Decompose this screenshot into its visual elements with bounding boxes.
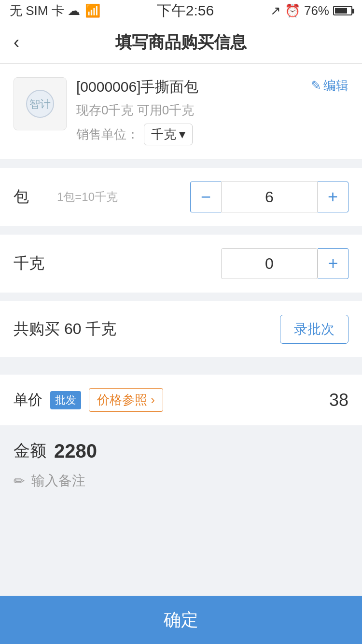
price-label: 单价: [14, 390, 42, 410]
dropdown-icon: ▾: [179, 127, 185, 142]
bao-plus-button[interactable]: +: [318, 182, 348, 212]
price-section: 单价 批发 价格参照 › 38: [0, 375, 362, 425]
record-batch-button[interactable]: 录批次: [280, 315, 348, 344]
product-name: [0000006]手撕面包: [76, 77, 198, 97]
back-button[interactable]: ‹: [14, 32, 19, 53]
note-placeholder: 输入备注: [31, 472, 85, 490]
unit-value: 千克: [151, 126, 176, 143]
total-label: 共购买 60 千克: [14, 319, 116, 340]
price-value: 38: [329, 390, 348, 410]
product-info: [0000006]手撕面包 ✎ 编辑 现存0千克 可用0千克 销售单位： 千克 …: [76, 77, 348, 145]
kg-section: 千克 +: [0, 235, 362, 293]
product-image: 智计: [14, 77, 67, 130]
amount-value: 2280: [54, 440, 97, 462]
bao-sublabel: 1包=10千克: [57, 189, 118, 205]
amount-section: 金额 2280 ✏ 输入备注: [0, 426, 362, 504]
svg-text:智计: 智计: [29, 98, 51, 110]
status-bar: 无 SIM 卡 ☁ 📶 下午2:56 ↗ ⏰ 76%: [0, 0, 362, 21]
separator-1: [0, 366, 362, 375]
bao-qty-input[interactable]: [221, 182, 318, 212]
bao-minus-button[interactable]: −: [190, 182, 221, 212]
status-time: 下午2:56: [157, 1, 214, 21]
wifi-icon: 📶: [85, 3, 100, 18]
edit-button[interactable]: ✎ 编辑: [311, 77, 348, 94]
kg-input-group: +: [221, 248, 348, 279]
sim-label: 无 SIM 卡 ☁: [10, 2, 80, 19]
product-unit: 销售单位： 千克 ▾: [76, 124, 348, 145]
nav-bar: ‹ 填写商品购买信息: [0, 21, 362, 64]
amount-label: 金额: [14, 440, 46, 462]
kg-plus-button[interactable]: +: [318, 248, 348, 279]
bao-input-group: − +: [190, 182, 348, 212]
status-right: ↗ ⏰ 76%: [270, 3, 352, 18]
battery-icon: [333, 6, 352, 15]
edit-label: 编辑: [323, 77, 348, 94]
total-row: 共购买 60 千克 录批次: [0, 301, 362, 357]
bao-section: 包 1包=10千克 − +: [0, 168, 362, 226]
page-title: 填写商品购买信息: [115, 31, 247, 54]
bao-row: 包 1包=10千克 − +: [0, 168, 362, 226]
confirm-button[interactable]: 确定: [0, 596, 362, 644]
note-icon: ✏: [14, 473, 25, 489]
bao-label: 包: [14, 186, 52, 208]
kg-row: 千克 +: [0, 235, 362, 293]
unit-select[interactable]: 千克 ▾: [144, 124, 193, 145]
price-ref-button[interactable]: 价格参照 ›: [89, 388, 163, 412]
battery-percent: 76%: [304, 3, 329, 18]
price-tag: 批发: [50, 391, 81, 409]
alarm-icon: ⏰: [285, 3, 300, 18]
product-logo: 智计: [26, 89, 55, 118]
status-left: 无 SIM 卡 ☁ 📶: [10, 2, 100, 19]
unit-label: 销售单位：: [76, 126, 139, 143]
kg-label: 千克: [14, 253, 52, 274]
product-stock: 现存0千克 可用0千克: [76, 102, 348, 119]
amount-row: 金额 2280: [14, 440, 348, 462]
location-icon: ↗: [270, 3, 281, 18]
note-row[interactable]: ✏ 输入备注: [14, 472, 348, 490]
product-card: 智计 [0000006]手撕面包 ✎ 编辑 现存0千克 可用0千克 销售单位： …: [0, 64, 362, 159]
edit-icon: ✎: [311, 78, 321, 93]
kg-qty-input[interactable]: [221, 248, 318, 279]
price-row: 单价 批发 价格参照 › 38: [14, 388, 348, 412]
